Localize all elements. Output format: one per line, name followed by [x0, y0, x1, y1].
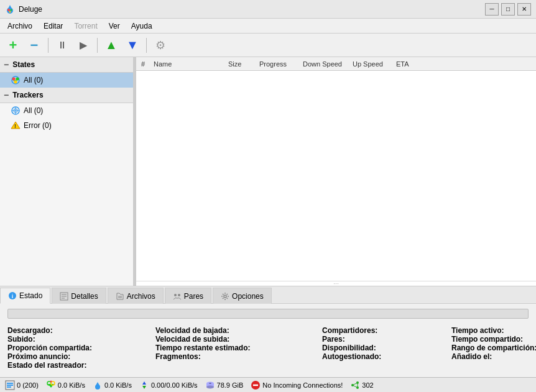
peers-icon — [173, 292, 182, 301]
svg-point-6 — [12, 78, 16, 81]
stat-descargado-label: Descargado: — [7, 326, 150, 335]
no-incoming-label: No Incoming Connections! — [262, 381, 343, 389]
stat-rango-label: Rango de compartición: — [451, 344, 536, 352]
sidebar-item-all-states[interactable]: All (0) — [0, 73, 133, 88]
stat-tiempo-activo-label: Tiempo activo: — [451, 326, 536, 335]
sidebar-all-trackers-label: All (0) — [24, 106, 43, 115]
options-icon — [221, 292, 229, 301]
stat-subido-label: Subido: — [7, 335, 150, 344]
disk-value: 78.9 GiB — [217, 381, 244, 389]
download-progress-bar — [7, 309, 529, 319]
menu-torrent[interactable]: Torrent — [69, 21, 102, 32]
svg-point-41 — [209, 383, 211, 384]
svg-point-2 — [7, 9, 10, 11]
svg-line-47 — [353, 383, 358, 385]
sidebar: − States All (0) − Trackers — [0, 57, 134, 286]
stats-col4: Tiempo activo: Tiempo compartido: Rango … — [451, 326, 536, 370]
torrent-list-body[interactable] — [136, 71, 536, 281]
col-eta: ETA — [394, 59, 425, 69]
up-speed-value: 0.0 KiB/s — [104, 381, 132, 389]
tab-pares[interactable]: Pares — [165, 288, 211, 304]
maximize-button[interactable]: □ — [501, 3, 515, 16]
stat-pares-label: Pares: — [322, 335, 446, 344]
details-icon — [60, 292, 68, 301]
transfer-value: 0.00/0.00 KiB/s — [151, 381, 198, 389]
info-icon: i — [8, 291, 17, 300]
add-icon: + — [9, 39, 17, 52]
dht-value: 302 — [362, 381, 373, 389]
tab-content-estado: Descargado: Subido: Proporción compartid… — [0, 304, 536, 377]
menu-archivo[interactable]: Archivo — [2, 21, 37, 32]
error-icon: ! — [10, 121, 21, 130]
stats-col2: Velocidad de bajada: Velocidad de subida… — [155, 326, 317, 370]
svg-point-25 — [224, 295, 226, 298]
preferences-button[interactable]: ⚙ — [151, 37, 170, 54]
stats-col1: Descargado: Subido: Proporción compartid… — [7, 326, 150, 370]
svg-point-7 — [16, 78, 19, 81]
status-no-incoming: No Incoming Connections! — [251, 380, 343, 390]
pause-torrent-button[interactable]: ⏸ — [53, 37, 72, 54]
stat-proximo-label: Próximo anuncio: — [7, 352, 150, 361]
status-dht: 302 — [350, 380, 373, 390]
pause-icon: ⏸ — [57, 40, 67, 51]
svg-marker-36 — [142, 381, 146, 385]
sidebar-item-all-trackers[interactable]: All (0) — [0, 103, 133, 118]
tab-archivos-label: Archivos — [127, 292, 155, 301]
play-icon: ▶ — [80, 39, 87, 51]
trackers-section-header[interactable]: − Trackers — [0, 88, 133, 103]
stat-vel-subida-label: Velocidad de subida: — [155, 335, 317, 344]
stat-tiempo-compartido-label: Tiempo compartido: — [451, 335, 536, 344]
stat-proporcion-label: Proporción compartida: — [7, 344, 150, 352]
states-section-header[interactable]: − States — [0, 57, 133, 73]
sidebar-item-error[interactable]: ! Error (0) — [0, 118, 133, 133]
toolbar-separator-1 — [48, 38, 49, 53]
tab-detalles-label: Detalles — [71, 292, 98, 301]
torrents-icon — [5, 380, 15, 390]
transfer-icon — [139, 380, 149, 390]
toolbar-separator-2 — [97, 38, 98, 53]
toolbar: + − ⏸ ▶ ▲ ▼ ⚙ — [0, 34, 536, 57]
resume-torrent-button[interactable]: ▶ — [74, 37, 93, 54]
col-number: # — [139, 59, 151, 69]
menu-ver[interactable]: Ver — [104, 21, 125, 32]
status-torrents: 0 (200) — [5, 380, 39, 390]
add-torrent-button[interactable]: + — [4, 37, 22, 54]
app-title: Deluge — [19, 5, 42, 14]
col-size: Size — [226, 59, 257, 69]
sidebar-all-states-label: All (0) — [24, 76, 43, 84]
stats-col3: Compartidores: Pares: Disponibilidad: Au… — [322, 326, 446, 370]
move-up-button[interactable]: ▲ — [102, 37, 121, 54]
col-up-speed: Up Speed — [350, 59, 394, 69]
move-down-button[interactable]: ▼ — [123, 37, 142, 54]
menu-editar[interactable]: Editar — [39, 21, 68, 32]
tab-opciones[interactable]: Opciones — [213, 288, 272, 304]
stat-disponibilidad-label: Disponibilidad: — [322, 344, 446, 352]
minimize-button[interactable]: ─ — [485, 3, 499, 16]
close-button[interactable]: ✕ — [517, 3, 531, 16]
svg-point-40 — [206, 385, 214, 388]
resize-handle[interactable]: ··· — [136, 281, 536, 286]
states-label: States — [12, 60, 35, 69]
stat-fragmentos-label: Fragmentos: — [155, 352, 317, 361]
trackers-collapse-icon: − — [4, 90, 9, 100]
toolbar-separator-3 — [146, 38, 147, 53]
status-bar: 0 (200) 0.0 KiB/s 0.0 KiB/s 0.00/0.00 Ki… — [0, 377, 536, 392]
svg-point-24 — [178, 294, 180, 296]
title-bar: Deluge ─ □ ✕ — [0, 0, 536, 19]
status-up-speed: 0.0 KiB/s — [93, 380, 132, 390]
torrent-list: # Name Size Progress Down Speed Up Speed… — [136, 57, 536, 286]
tab-archivos[interactable]: Archivos — [108, 288, 164, 304]
title-bar-left: Deluge — [5, 4, 42, 14]
no-incoming-icon — [251, 380, 261, 390]
tab-estado[interactable]: i Estado — [0, 288, 50, 304]
up-arrow-icon: ▲ — [105, 38, 118, 52]
menu-ayuda[interactable]: Ayuda — [126, 21, 157, 32]
trackers-label: Trackers — [12, 91, 43, 99]
torrents-count: 0 (200) — [17, 381, 39, 389]
remove-torrent-button[interactable]: − — [25, 37, 44, 54]
tabs-bar: i Estado Detalles Archivos — [0, 286, 536, 304]
tab-estado-label: Estado — [19, 291, 42, 300]
title-bar-controls: ─ □ ✕ — [485, 3, 531, 16]
svg-point-8 — [14, 81, 17, 84]
tab-detalles[interactable]: Detalles — [52, 288, 106, 304]
